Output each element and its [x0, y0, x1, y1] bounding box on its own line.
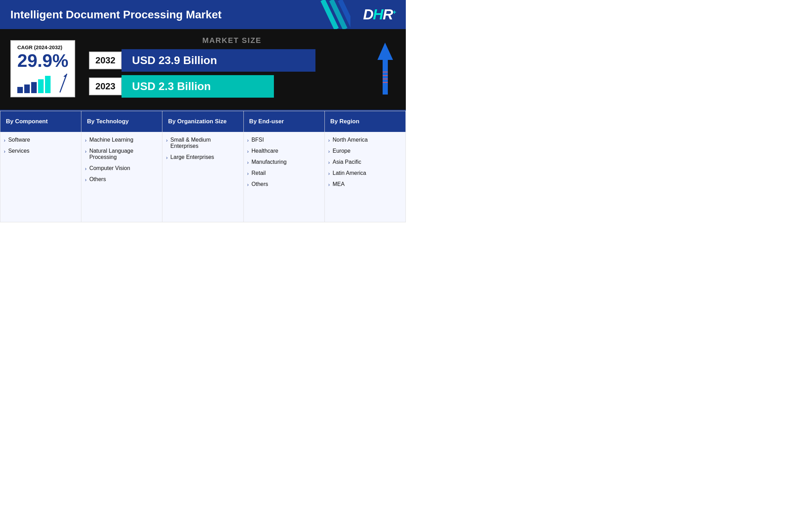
- col-end-user-items: › BFSI › Healthcare › Manufacturing › Re…: [244, 132, 324, 222]
- item-nlp: Natural Language Processing: [89, 148, 158, 160]
- svg-marker-4: [63, 74, 67, 77]
- col-region: By Region › North America › Europe › Asi…: [325, 111, 405, 222]
- year-2023: 2023: [89, 78, 122, 95]
- col-component-header-text: By Component: [6, 118, 48, 125]
- header-decoration: [319, 0, 350, 29]
- chevron-right-icon: ›: [328, 182, 330, 187]
- category-table: By Component › Software › Services By Te…: [0, 111, 406, 222]
- item-north-america: North America: [332, 137, 367, 143]
- col-component: By Component › Software › Services: [0, 111, 81, 222]
- list-item: › Manufacturing: [247, 159, 320, 165]
- chevron-right-icon: ›: [247, 171, 249, 176]
- item-others-eu: Others: [251, 181, 268, 187]
- col-end-user-header-text: By End-user: [249, 118, 284, 125]
- list-item: › Others: [85, 176, 157, 182]
- list-item: › MEA: [328, 181, 401, 187]
- item-healthcare: Healthcare: [251, 148, 278, 154]
- page-header: Intelligent Document Processing Market D…: [0, 0, 406, 29]
- col-technology-items: › Machine Learning › Natural Language Pr…: [81, 132, 162, 222]
- chevron-right-icon: ›: [4, 149, 6, 154]
- item-latin-america: Latin America: [332, 170, 366, 176]
- col-component-items: › Software › Services: [0, 132, 81, 222]
- cagr-value: 29.9%: [17, 52, 68, 70]
- dhr-logo: DHR+: [363, 6, 395, 23]
- chevron-right-icon: ›: [247, 160, 249, 165]
- cagr-label: CAGR (2024-2032): [17, 44, 68, 50]
- item-large: Large Enterprises: [170, 154, 214, 160]
- big-arrow-area: [375, 41, 395, 96]
- chart-bar-3: [31, 82, 37, 93]
- item-others-tech: Others: [89, 176, 106, 182]
- cagr-chart: [17, 72, 68, 93]
- chevron-right-icon: ›: [247, 137, 249, 143]
- year-2032: 2032: [89, 52, 122, 69]
- list-item: › North America: [328, 137, 401, 143]
- market-size-title: MARKET SIZE: [89, 36, 375, 45]
- list-item: › Small & Medium Enterprises: [166, 137, 238, 149]
- col-technology-header: By Technology: [81, 111, 162, 132]
- chevron-right-icon: ›: [247, 149, 249, 154]
- value-2023: USD 2.3 Billion: [122, 75, 274, 98]
- col-end-user: By End-user › BFSI › Healthcare › Manufa…: [244, 111, 325, 222]
- list-item: › Latin America: [328, 170, 401, 176]
- chevron-right-icon: ›: [85, 166, 87, 171]
- chevron-right-icon: ›: [85, 137, 87, 143]
- col-end-user-header: By End-user: [244, 111, 324, 132]
- col-region-header-text: By Region: [330, 118, 359, 125]
- stats-section: CAGR (2024-2032) 29.9% MARKET SIZE 2032: [0, 29, 406, 110]
- logo-area: DHR+: [363, 6, 395, 23]
- list-item: › Natural Language Processing: [85, 148, 157, 160]
- big-up-arrow-icon: [376, 41, 395, 96]
- col-region-header: By Region: [325, 111, 405, 132]
- chevron-right-icon: ›: [328, 160, 330, 165]
- chevron-right-icon: ›: [166, 137, 168, 143]
- list-item: › Computer Vision: [85, 165, 157, 171]
- item-asia-pacific: Asia Pacific: [332, 159, 361, 165]
- chevron-right-icon: ›: [328, 149, 330, 154]
- chevron-right-icon: ›: [247, 182, 249, 187]
- col-org-size-items: › Small & Medium Enterprises › Large Ent…: [162, 132, 243, 222]
- chevron-right-icon: ›: [328, 137, 330, 143]
- item-manufacturing: Manufacturing: [251, 159, 286, 165]
- page-title: Intelligent Document Processing Market: [10, 8, 222, 21]
- list-item: › Healthcare: [247, 148, 320, 154]
- market-row-2032: 2032 USD 23.9 Billion: [89, 49, 375, 72]
- col-technology-header-text: By Technology: [87, 118, 129, 125]
- market-row-2023: 2023 USD 2.3 Billion: [89, 75, 375, 98]
- chart-bar-5: [45, 76, 51, 93]
- item-cv: Computer Vision: [89, 165, 130, 171]
- col-component-header: By Component: [0, 111, 81, 132]
- list-item: › Large Enterprises: [166, 154, 238, 160]
- cagr-box: CAGR (2024-2032) 29.9%: [10, 40, 75, 97]
- chart-bar-2: [24, 84, 30, 93]
- item-sme: Small & Medium Enterprises: [170, 137, 239, 149]
- item-services: Services: [8, 148, 29, 154]
- item-bfsi: BFSI: [251, 137, 264, 143]
- market-size-area: MARKET SIZE 2032 USD 23.9 Billion 2023 U…: [75, 36, 375, 101]
- list-item: › Europe: [328, 148, 401, 154]
- chart-bar-4: [38, 79, 44, 93]
- list-item: › Retail: [247, 170, 320, 176]
- chevron-right-icon: ›: [328, 171, 330, 176]
- list-item: › Asia Pacific: [328, 159, 401, 165]
- col-region-items: › North America › Europe › Asia Pacific …: [325, 132, 405, 222]
- col-org-size-header: By Organization Size: [162, 111, 243, 132]
- list-item: › Machine Learning: [85, 137, 157, 143]
- list-item: › Others: [247, 181, 320, 187]
- value-2032: USD 23.9 Billion: [122, 49, 315, 72]
- svg-marker-5: [377, 43, 393, 95]
- chevron-right-icon: ›: [85, 149, 87, 154]
- list-item: › Services: [4, 148, 76, 154]
- chevron-right-icon: ›: [85, 177, 87, 182]
- item-europe: Europe: [332, 148, 350, 154]
- chart-bar-1: [17, 87, 23, 93]
- item-software: Software: [8, 137, 30, 143]
- item-retail: Retail: [251, 170, 266, 176]
- chevron-right-icon: ›: [166, 155, 168, 160]
- item-mea: MEA: [332, 181, 345, 187]
- col-org-size-header-text: By Organization Size: [168, 118, 226, 125]
- chart-arrow-icon: [59, 72, 68, 93]
- item-ml: Machine Learning: [89, 137, 133, 143]
- list-item: › Software: [4, 137, 76, 143]
- list-item: › BFSI: [247, 137, 320, 143]
